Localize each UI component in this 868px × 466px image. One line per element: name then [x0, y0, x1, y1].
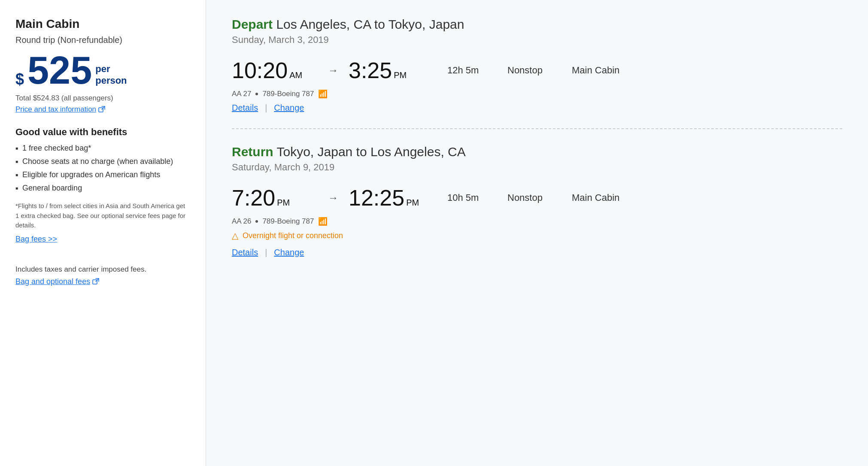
return-aircraft: 789-Boeing 787: [262, 217, 314, 226]
warning-icon: △: [232, 230, 238, 241]
external-link-icon-2: [92, 278, 99, 285]
depart-section: Depart Los Angeles, CA to Tokyo, Japan S…: [232, 17, 842, 113]
depart-nonstop: Nonstop: [507, 65, 563, 76]
depart-ampm: AM: [289, 70, 302, 80]
return-route-text: Tokyo, Japan to Los Angeles, CA: [276, 145, 465, 159]
depart-details-link[interactable]: Details: [232, 103, 258, 113]
return-arrive-time: 12:25 PM: [349, 185, 434, 211]
price-tax-link[interactable]: Price and tax information: [15, 105, 105, 114]
benefit-item: 1 free checked bag*: [15, 144, 190, 153]
benefit-item: Choose seats at no charge (when availabl…: [15, 157, 190, 166]
return-cabin: Main Cabin: [572, 192, 619, 203]
return-wifi-icon: 📶: [318, 217, 328, 226]
return-nonstop: Nonstop: [507, 192, 563, 203]
depart-duration: 12h 5m: [447, 65, 499, 76]
return-depart-time: 7:20 PM: [232, 185, 318, 211]
return-arrive-time-big: 12:25: [349, 185, 404, 211]
depart-label: Depart: [232, 17, 273, 31]
dollar-sign: $: [15, 72, 24, 90]
return-depart-time-big: 7:20: [232, 185, 275, 211]
depart-route-heading: Depart Los Angeles, CA to Tokyo, Japan: [232, 17, 842, 32]
overnight-text: Overnight flight or connection: [243, 231, 343, 240]
section-divider: [232, 128, 842, 129]
depart-details-change: Details | Change: [232, 103, 842, 113]
return-flight-number: AA 26: [232, 217, 251, 226]
includes-text: Includes taxes and carrier imposed fees.: [15, 265, 190, 274]
depart-time-big: 10:20: [232, 57, 288, 83]
return-arrow-icon: →: [328, 192, 338, 204]
good-value-title: Good value with benefits: [15, 127, 190, 138]
depart-flight-info: AA 27 789-Boeing 787 📶: [232, 89, 842, 99]
arrive-time-big: 3:25: [349, 57, 392, 83]
return-times-row: 7:20 PM → 12:25 PM 10h 5m Nonstop Main C…: [232, 185, 842, 211]
return-route-heading: Return Tokyo, Japan to Los Angeles, CA: [232, 145, 842, 159]
right-panel: Depart Los Angeles, CA to Tokyo, Japan S…: [206, 0, 868, 466]
depart-route: Los Angeles, CA to Tokyo, Japan: [276, 17, 464, 31]
return-date: Saturday, March 9, 2019: [232, 162, 842, 173]
depart-times-row: 10:20 AM → 3:25 PM 12h 5m Nonstop Main C…: [232, 57, 842, 83]
price-amount: 525: [27, 51, 92, 90]
total-text: Total $524.83 (all passengers): [15, 94, 190, 103]
return-change-link[interactable]: Change: [274, 248, 304, 257]
return-depart-ampm: PM: [277, 198, 290, 208]
per-person: perperson: [95, 64, 127, 90]
pipe-separator: |: [265, 103, 267, 113]
depart-date: Sunday, March 3, 2019: [232, 34, 842, 45]
arrive-ampm: PM: [394, 70, 407, 80]
return-label: Return: [232, 145, 273, 159]
wifi-icon: 📶: [318, 89, 328, 99]
footnote: *Flights to / from select cities in Asia…: [15, 201, 190, 230]
return-pipe-separator: |: [265, 248, 267, 257]
return-section: Return Tokyo, Japan to Los Angeles, CA S…: [232, 145, 842, 257]
arrow-icon: →: [328, 64, 338, 76]
return-details-link[interactable]: Details: [232, 248, 258, 257]
bag-optional-fees-link[interactable]: Bag and optional fees: [15, 277, 99, 286]
price-row: $ 525 perperson: [15, 51, 190, 90]
arrive-time: 3:25 PM: [349, 57, 434, 83]
return-dot-separator: [255, 220, 258, 223]
benefit-item: General boarding: [15, 184, 190, 193]
return-flight-info: AA 26 789-Boeing 787 📶: [232, 217, 842, 226]
return-details-change: Details | Change: [232, 248, 842, 257]
external-link-icon: [98, 106, 105, 113]
depart-aircraft: 789-Boeing 787: [262, 90, 314, 98]
return-arrive-ampm: PM: [406, 198, 419, 208]
depart-flight-number: AA 27: [232, 90, 251, 98]
depart-cabin: Main Cabin: [572, 65, 619, 76]
bag-fees-link[interactable]: Bag fees >>: [15, 235, 190, 244]
dot-separator: [255, 93, 258, 95]
benefit-item: Eligible for upgrades on American flight…: [15, 170, 190, 179]
cabin-title: Main Cabin: [15, 17, 190, 31]
round-trip-label: Round trip (Non-refundable): [15, 35, 190, 45]
benefits-list: 1 free checked bag* Choose seats at no c…: [15, 144, 190, 193]
depart-time: 10:20 AM: [232, 57, 318, 83]
left-panel: Main Cabin Round trip (Non-refundable) $…: [0, 0, 206, 466]
return-duration: 10h 5m: [447, 192, 499, 203]
overnight-row: △ Overnight flight or connection: [232, 230, 842, 241]
depart-change-link[interactable]: Change: [274, 103, 304, 113]
